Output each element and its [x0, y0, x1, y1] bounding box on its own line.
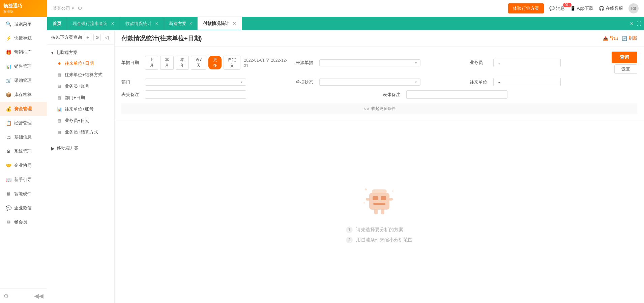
panel-add-button[interactable]: +	[84, 34, 91, 41]
page-title: 付款情况统计(往来单位+日期)	[121, 34, 202, 42]
message-item[interactable]: 💬 消息 99+	[549, 5, 565, 11]
tab-bank-close-icon[interactable]: ✕	[111, 21, 114, 26]
settings-gear-icon[interactable]: ⚙	[78, 5, 82, 11]
sidebar-item-label: 营销推广	[14, 49, 32, 55]
query-actions: 查询 设置	[612, 52, 637, 74]
guide-icon: 📖	[5, 177, 11, 183]
panel-item-unit-account[interactable]: 📊 往来单位+账号	[47, 103, 114, 115]
sidebar-item-coop[interactable]: 🤝 企业协同	[0, 158, 47, 173]
panel-item-unit-date[interactable]: ● 往来单位+日期	[47, 58, 114, 69]
tab-receipt[interactable]: 收款情况统计 ✕	[120, 17, 164, 30]
message-icon: 💬	[549, 6, 555, 11]
sidebar-item-guide[interactable]: 📖 新手引导	[0, 173, 47, 187]
app-download-item[interactable]: 📱 App下载	[570, 5, 593, 11]
date-btn-7days[interactable]: 近7天	[191, 56, 206, 70]
empty-illustration	[359, 179, 400, 220]
user-name-short: Rit	[631, 6, 636, 11]
tab-home[interactable]: 首页	[47, 17, 67, 30]
sidebar-item-label: 快捷导航	[14, 35, 32, 41]
sidebar-item-purchase[interactable]: 🛒 采购管理	[0, 73, 47, 88]
panel-item-unit-settle[interactable]: ▦ 往来单位+结算方式	[47, 69, 114, 81]
company-selector[interactable]: 某某公司 ▾	[53, 5, 74, 11]
tab-receipt-label: 收款情况统计	[125, 21, 152, 27]
tab-payment[interactable]: 付款情况统计 ✕	[198, 17, 242, 30]
header-remark-input[interactable]	[145, 90, 246, 99]
panel-item-dept-date[interactable]: ▦ 部门+日期	[47, 92, 114, 103]
svg-rect-2	[381, 196, 386, 200]
svg-point-11	[363, 202, 365, 204]
partner-input[interactable]: ···	[493, 78, 561, 86]
date-field-group: 单据日期 上月 本月 本年 近7天 更多 自定义 2022-01-01 至 20…	[121, 56, 289, 70]
sidebar-item-label: 搜索菜单	[14, 21, 32, 27]
agent-input[interactable]: ···	[493, 59, 561, 67]
source-select[interactable]: ▾	[319, 59, 420, 66]
settings-button[interactable]: 设置	[614, 64, 637, 74]
sales-icon: 📊	[5, 63, 11, 69]
svg-point-9	[365, 188, 367, 190]
empty-tips: 1 请先选择要分析的方案 2 用过滤条件来缩小分析范围	[346, 226, 413, 243]
sidebar-item-operation[interactable]: 📋 经营管理	[0, 116, 47, 130]
settings-icon[interactable]: ⚙	[3, 292, 9, 300]
sidebar-item-marketing[interactable]: 🎁 营销推广	[0, 45, 47, 59]
query-button[interactable]: 查询	[612, 52, 637, 63]
body-remark-input[interactable]	[406, 90, 507, 99]
date-range-display: 2022-01-01 至 2022-12-31	[244, 58, 289, 68]
collapse-sidebar-icon[interactable]: ◀◀	[34, 292, 43, 300]
collapse-bar[interactable]: ∧∧ 收起更多条件	[121, 103, 637, 114]
sidebar-item-sales[interactable]: 📊 销售管理	[0, 59, 47, 73]
sidebar-item-vip[interactable]: ♾ 畅会员	[0, 215, 47, 229]
sidebar-footer: ⚙ ◀◀	[0, 289, 47, 303]
panel-item-agent-account[interactable]: ▦ 业务员+账号	[47, 81, 114, 92]
header-remark-group: 表头备注	[121, 90, 376, 99]
sidebar-item-basic[interactable]: 🗂 基础信息	[0, 130, 47, 144]
panel-item-agent-date[interactable]: ▦ 业务员+日期	[47, 115, 114, 126]
date-btn-last-month[interactable]: 上月	[145, 56, 158, 70]
panel-section-desktop[interactable]: ▾ 电脑端方案	[47, 48, 114, 58]
tab-bank[interactable]: 现金银行流水查询 ✕	[67, 17, 120, 30]
sidebar-item-search[interactable]: 🔍 搜索菜单	[0, 17, 47, 31]
plan-icon: ▦	[57, 84, 62, 89]
dept-select-arrow-icon: ▾	[241, 80, 242, 84]
nav-icon: ⚡	[5, 35, 11, 41]
empty-tip-1: 1 请先选择要分析的方案	[346, 226, 413, 233]
panel-settings-button[interactable]: ⚙	[93, 34, 101, 41]
sidebar-item-hardware[interactable]: 🖥 智能硬件	[0, 187, 47, 201]
date-btn-this-year[interactable]: 本年	[176, 56, 189, 70]
panel-collapse-button[interactable]: ◁	[103, 34, 110, 41]
date-quick-options: 上月 本月 本年 近7天 更多 自定义	[145, 56, 240, 70]
top-header: 某某公司 ▾ ⚙ 体验行业方案 💬 消息 99+ 📱 App下载 🎧 在线客服 …	[47, 0, 644, 17]
tab-new-plan-label: 新建方案	[169, 21, 186, 27]
sidebar-item-inventory[interactable]: 📦 库存核算	[0, 88, 47, 102]
status-select[interactable]: ▾	[319, 79, 420, 86]
user-avatar[interactable]: Rit	[628, 3, 639, 13]
refresh-button[interactable]: 🔄 刷新	[622, 35, 637, 41]
panel-item-agent-settle[interactable]: ▦ 业务员+结算方式	[47, 126, 114, 138]
online-service-item[interactable]: 🎧 在线客服	[599, 5, 623, 11]
panel-section-mobile[interactable]: ▶ 移动端方案	[47, 143, 114, 153]
tab-new-plan-close-icon[interactable]: ✕	[189, 21, 193, 26]
online-service-label: 在线客服	[606, 5, 623, 11]
tab-close-all-icon[interactable]: ✕	[630, 21, 634, 26]
tab-expand-icon[interactable]: ⛶	[637, 21, 641, 26]
sidebar-item-nav[interactable]: ⚡ 快捷导航	[0, 31, 47, 45]
app-name: 畅捷通巧	[3, 3, 22, 9]
date-btn-this-month[interactable]: 本月	[160, 56, 173, 70]
sidebar-item-wechat[interactable]: 💬 企业微信	[0, 201, 47, 215]
company-name: 某某公司	[53, 5, 70, 11]
tab-new-plan[interactable]: 新建方案 ✕	[164, 17, 198, 30]
sidebar-item-capital[interactable]: 💰 资金管理	[0, 102, 47, 116]
agent-field-group: 业务员 ··· 查询 设置	[470, 52, 637, 74]
trial-button[interactable]: 体验行业方案	[508, 3, 544, 13]
sidebar-item-label: 畅会员	[14, 219, 27, 225]
date-btn-more[interactable]: 更多	[208, 56, 222, 69]
tab-receipt-close-icon[interactable]: ✕	[155, 21, 158, 26]
source-field-group: 来源单据 ▾	[296, 59, 463, 66]
sidebar-item-label: 基础信息	[14, 134, 32, 140]
sidebar-item-label: 销售管理	[14, 63, 32, 69]
sidebar-item-system[interactable]: ⚙ 系统管理	[0, 144, 47, 158]
date-btn-custom[interactable]: 自定义	[224, 56, 240, 70]
dept-select[interactable]: ▾	[145, 79, 246, 86]
sidebar-item-label: 资金管理	[14, 106, 32, 112]
tab-payment-close-icon[interactable]: ✕	[233, 21, 236, 26]
export-button[interactable]: 📤 导出	[603, 35, 618, 41]
